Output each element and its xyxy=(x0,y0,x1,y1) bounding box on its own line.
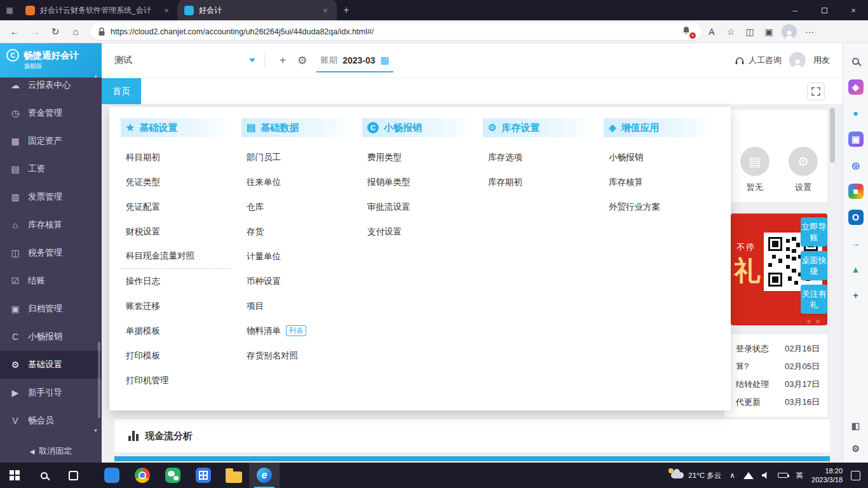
support-button[interactable]: 人工咨询 xyxy=(735,55,782,66)
banner-action-button[interactable]: 关注有礼 xyxy=(801,285,827,314)
home-button[interactable]: ⌂ xyxy=(66,23,85,41)
sidebar-item[interactable]: ▤工资 xyxy=(0,155,102,183)
back-button[interactable]: ← xyxy=(5,23,24,41)
discover-icon[interactable]: ◆ xyxy=(848,79,864,95)
fullscreen-toggle-button[interactable] xyxy=(807,83,825,100)
banner-action-button[interactable]: 立即导账 xyxy=(801,217,827,247)
maximize-button[interactable] xyxy=(810,0,839,20)
menu-item[interactable]: 计量单位 xyxy=(241,244,351,269)
sidebar-item[interactable]: ☑结账 xyxy=(0,267,102,295)
microsoft-365-icon[interactable]: ■ xyxy=(848,184,864,199)
menu-item[interactable]: 科目现金流量对照 xyxy=(121,244,230,269)
reminder-row[interactable]: 算?02月05日 xyxy=(736,358,820,375)
menu-item[interactable]: 物料清单列表 xyxy=(241,318,351,343)
sidebar-item[interactable]: V畅会员 xyxy=(0,407,102,435)
menu-item[interactable]: 外贸行业方案 xyxy=(604,194,713,219)
quick-action[interactable]: ⚙设置 xyxy=(789,147,818,193)
read-aloud-icon[interactable]: A xyxy=(703,23,721,41)
sidebar-item[interactable]: ⌂库存核算 xyxy=(0,211,102,239)
close-button[interactable]: × xyxy=(839,0,868,20)
taskbar-grid-app[interactable] xyxy=(188,463,219,488)
sidebar-scrollbar[interactable] xyxy=(98,342,100,418)
sidebar-item[interactable]: ☁云报表中心 xyxy=(0,71,102,99)
banner-carousel-dots[interactable] xyxy=(798,320,820,323)
tab-home[interactable]: 首页 xyxy=(102,78,141,105)
taskbar-search-button[interactable] xyxy=(29,463,58,488)
menu-item[interactable]: 财税设置 xyxy=(121,219,230,244)
collections-icon[interactable]: ▣ xyxy=(760,23,778,41)
menu-item[interactable]: 往来单位 xyxy=(241,170,351,194)
menu-item[interactable]: 项目 xyxy=(241,294,351,318)
menu-item[interactable]: 库存期初 xyxy=(483,170,592,194)
notifications-blocked-icon[interactable]: × xyxy=(681,25,694,38)
carousel-dot[interactable] xyxy=(807,320,811,323)
share-arrow-icon[interactable]: → xyxy=(848,236,864,251)
new-tab-button[interactable]: + xyxy=(337,0,356,20)
menu-item[interactable]: 单据模板 xyxy=(121,318,230,343)
menu-item[interactable]: 支付设置 xyxy=(362,219,471,244)
weather-widget[interactable]: 21°C 多云 xyxy=(671,471,721,480)
favorites-icon[interactable]: ☆ xyxy=(722,23,740,41)
sidebar-scroll-up-icon[interactable]: ▲ xyxy=(93,74,98,78)
page-scrollbar-thumb[interactable] xyxy=(830,108,835,163)
carousel-dot[interactable] xyxy=(798,320,802,323)
forward-button[interactable]: → xyxy=(25,23,44,41)
games-icon[interactable]: ▣ xyxy=(848,132,864,147)
sidebar-item[interactable]: ◫税务管理 xyxy=(0,239,102,267)
workspace-icon[interactable]: ▦ xyxy=(0,0,19,20)
taskbar-chrome[interactable] xyxy=(127,463,158,488)
outlook-icon[interactable]: O xyxy=(848,210,864,225)
menu-item[interactable]: 报销单类型 xyxy=(362,170,471,194)
menu-item[interactable]: 库存核算 xyxy=(604,170,713,194)
network-icon[interactable] xyxy=(743,472,754,479)
sidebar-scroll-down-icon[interactable]: ▼ xyxy=(93,428,98,433)
menu-item[interactable]: 存货别名对照 xyxy=(241,343,351,368)
sidebar-item[interactable]: C小畅报销 xyxy=(0,323,102,351)
input-language-indicator[interactable]: 英 xyxy=(796,471,804,480)
add-apps-icon[interactable]: + xyxy=(848,288,864,303)
menu-item[interactable]: 存货 xyxy=(241,219,351,244)
battery-icon[interactable] xyxy=(778,473,788,478)
page-scrollbar[interactable] xyxy=(830,104,835,463)
menu-item[interactable]: 小畅报销 xyxy=(604,145,713,170)
sidebar-item[interactable]: ▶新手引导 xyxy=(0,379,102,407)
user-avatar[interactable] xyxy=(789,52,806,69)
sidebar-item[interactable]: ▥发票管理 xyxy=(0,183,102,211)
menu-item[interactable]: 凭证配置 xyxy=(121,194,230,219)
panel-collapse-icon[interactable]: ◧ xyxy=(848,418,864,433)
taskbar-app-blue[interactable] xyxy=(97,463,127,488)
volume-icon[interactable] xyxy=(762,471,770,479)
sidebar-item[interactable]: ◷资金管理 xyxy=(0,99,102,127)
browser-menu-icon[interactable]: ··· xyxy=(801,23,818,41)
reminder-row[interactable]: 代更新03月16日 xyxy=(736,394,820,410)
sidebar-item[interactable]: ⚙基础设置 xyxy=(0,351,102,379)
browser-tab[interactable]: 好会计云财务软件管理系统_会计× xyxy=(19,0,178,20)
sidebar-item[interactable]: ▦固定资产 xyxy=(0,127,102,155)
taskbar-wechat[interactable] xyxy=(158,463,188,488)
menu-item[interactable]: 科目期初 xyxy=(121,145,230,170)
menu-item[interactable]: 部门员工 xyxy=(241,145,351,170)
banner-action-button[interactable]: 桌面快捷 xyxy=(801,251,827,280)
menu-item[interactable]: 打印机管理 xyxy=(121,368,230,393)
split-screen-icon[interactable]: ◫ xyxy=(741,23,759,41)
unpin-sidebar-button[interactable]: ◀ 取消固定 xyxy=(0,445,102,457)
menu-item[interactable]: 账套迁移 xyxy=(121,294,230,318)
sidebar-settings-icon[interactable]: ⚙ xyxy=(848,441,864,456)
address-bar[interactable]: https://cloud2.chanjet.com/accounting/uh… xyxy=(90,23,702,40)
reminder-row[interactable]: 登录状态02月16日 xyxy=(736,341,820,357)
url-text[interactable]: https://cloud2.chanjet.com/accounting/uh… xyxy=(111,27,676,36)
menu-item[interactable]: 费用类型 xyxy=(362,145,471,170)
add-account-button[interactable]: + xyxy=(280,54,286,67)
account-set-dropdown[interactable]: 测试 xyxy=(114,55,255,66)
tab-close-icon[interactable]: × xyxy=(320,6,330,15)
account-settings-icon[interactable]: ⚙ xyxy=(297,54,307,67)
menu-item[interactable]: 仓库 xyxy=(241,194,351,219)
carousel-dot[interactable] xyxy=(816,320,820,323)
accounting-period[interactable]: 账期 2023-03 ▦ xyxy=(316,43,393,78)
reminder-row[interactable]: 结转处理03月17日 xyxy=(736,376,820,393)
start-button[interactable] xyxy=(0,463,29,488)
taskbar-folder[interactable] xyxy=(219,463,249,488)
menu-item[interactable]: 币种设置 xyxy=(241,269,351,294)
task-view-button[interactable] xyxy=(58,463,88,488)
refresh-button[interactable]: ↻ xyxy=(46,23,65,41)
